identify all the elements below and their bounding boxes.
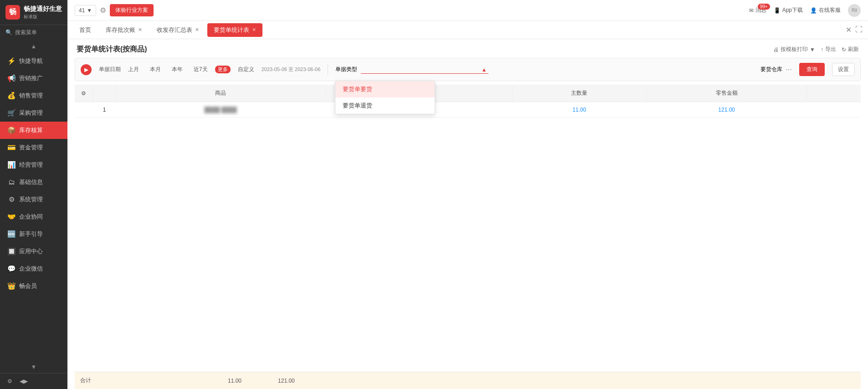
print-action[interactable]: 🖨 按模板打印 ▼ — [773, 46, 815, 53]
sidebar-search-label: 搜索菜单 — [15, 29, 37, 36]
print-arrow-icon: ▼ — [810, 46, 815, 53]
tabs-bar: 首页库存批次账✕收发存汇总表✕要货单统计表✕✕⛶ — [67, 21, 868, 39]
promo-button[interactable]: 体验行业方案 — [110, 4, 154, 16]
topbar-right: ✉ 消息 99+ 📱 App下载 👤 在线客服 Rit — [749, 4, 861, 17]
collapse-icon[interactable]: ◀▶ — [20, 378, 28, 384]
dropdown-item-order-return[interactable]: 要货单退货 — [335, 97, 435, 114]
content-area: 要货单统计表(按商品) 🖨 按模板打印 ▼ ↑ 导出 ↻ 刷新 ▶ — [67, 39, 868, 389]
sidebar-icon-wechat: 💬 — [7, 265, 15, 273]
sidebar-label-inventory: 库存核算 — [19, 126, 43, 134]
sidebar-label-enterprise: 企业协同 — [19, 213, 43, 221]
topbar-left: 41 ▼ ⚙ 体验行业方案 — [75, 4, 744, 16]
warehouse-filter-more-icon[interactable]: ··· — [786, 66, 792, 74]
sidebar-item-quick-nav[interactable]: ⚡快捷导航 — [0, 52, 67, 70]
sidebar-item-guide[interactable]: 🆕新手引导 — [0, 225, 67, 243]
date-option-this-year[interactable]: 本年 — [168, 64, 186, 75]
page-header: 要货单统计表(按商品) 🖨 按模板打印 ▼ ↑ 导出 ↻ 刷新 — [67, 39, 868, 58]
messages-count: 99+ — [758, 4, 770, 10]
tab-label-receive-summary: 收发存汇总表 — [157, 26, 192, 34]
store-number: 41 — [79, 7, 85, 14]
export-icon: ↑ — [821, 46, 823, 53]
user-avatar[interactable]: Rit — [848, 4, 861, 17]
date-option-last-month[interactable]: 上月 — [124, 64, 143, 75]
footer-quantity-value: 11.00 — [228, 378, 241, 384]
logo-icon: 畅 — [5, 5, 20, 20]
cell-quantity-0[interactable]: 11.00 — [512, 102, 646, 118]
sidebar-scroll-up-btn[interactable]: ▲ — [0, 40, 67, 52]
store-selector[interactable]: 41 ▼ — [75, 5, 96, 16]
sidebar-item-finance[interactable]: 💳资金管理 — [0, 139, 67, 156]
tab-close-all-icon[interactable]: ✕ — [846, 26, 852, 34]
table-header: ⚙ 商品 主计量单位 主数量 零售金额 — [75, 85, 861, 102]
sidebar-item-member[interactable]: 👑畅会员 — [0, 277, 67, 295]
type-filter-group: 单据类型 ▲ — [335, 65, 488, 74]
sidebar-search[interactable]: 🔍 搜索菜单 — [0, 25, 67, 40]
tab-home[interactable]: 首页 — [73, 23, 98, 37]
type-filter-label: 单据类型 — [335, 66, 357, 73]
sidebar-label-sales: 销售管理 — [19, 92, 43, 100]
sidebar-item-system[interactable]: ⚙系统管理 — [0, 191, 67, 208]
main-area: 41 ▼ ⚙ 体验行业方案 ✉ 消息 99+ 📱 App下载 👤 在线客服 Ri… — [67, 0, 868, 389]
cell-goods-0: ████ ████ — [116, 102, 325, 118]
cell-amount-0[interactable]: 121.00 — [647, 102, 807, 118]
type-filter-arrow-icon[interactable]: ▲ — [481, 67, 487, 73]
app-download[interactable]: 📱 App下载 — [774, 6, 803, 14]
service-icon: 👤 — [810, 7, 817, 14]
tab-expand-icon[interactable]: ⛶ — [855, 26, 863, 34]
sidebar-item-marketing[interactable]: 📢营销推广 — [0, 70, 67, 87]
th-settings[interactable]: ⚙ — [75, 85, 93, 102]
sidebar-label-finance: 资金管理 — [19, 143, 43, 152]
tab-order-summary[interactable]: 要货单统计表✕ — [207, 23, 262, 37]
app-download-label: App下载 — [782, 6, 803, 14]
tab-close-order-summary[interactable]: ✕ — [252, 27, 256, 33]
sidebar-item-sales[interactable]: 💰销售管理 — [0, 87, 67, 104]
sidebar-item-purchase[interactable]: 🛒采购管理 — [0, 104, 67, 122]
refresh-action[interactable]: ↻ 刷新 — [842, 46, 859, 53]
date-option-last-7-days[interactable]: 近7天 — [190, 64, 211, 75]
cell-settings-0 — [75, 102, 93, 118]
tab-inventory-batch[interactable]: 库存批次账✕ — [99, 23, 149, 37]
sidebar-item-enterprise[interactable]: 🤝企业协同 — [0, 208, 67, 225]
sidebar-icon-purchase: 🛒 — [7, 109, 15, 117]
sidebar-label-operations: 经营管理 — [19, 161, 43, 169]
sidebar-item-operations[interactable]: 📊经营管理 — [0, 156, 67, 174]
sidebar-label-guide: 新手引导 — [19, 230, 43, 238]
th-quantity: 主数量 — [512, 85, 646, 102]
sidebar-item-inventory[interactable]: 📦库存核算 — [0, 122, 67, 139]
messages-badge[interactable]: ✉ 消息 99+ — [749, 6, 766, 14]
topbar-gear-icon[interactable]: ⚙ — [100, 6, 106, 15]
date-option-this-month[interactable]: 本月 — [146, 64, 164, 75]
sidebar-icon-basic-info: 🗂 — [7, 178, 15, 186]
filter-area: ▶ 单据日期 上月 本月 本年 近7天 更多 自定义 2023-05-06 至 … — [75, 58, 861, 81]
tab-close-inventory-batch[interactable]: ✕ — [138, 27, 142, 33]
sidebar-item-wechat[interactable]: 💬企业微信 — [0, 260, 67, 277]
online-service[interactable]: 👤 在线客服 — [810, 6, 841, 14]
sidebar-item-basic-info[interactable]: 🗂基础信息 — [0, 174, 67, 191]
date-more-badge[interactable]: 更多 — [215, 66, 231, 73]
sidebar-footer: ⚙ ◀▶ — [0, 373, 67, 389]
table-body: 1 ████ ████ 块 11.00 121.00 — [75, 102, 861, 118]
logo-text: 畅捷通好生意 标准版 — [24, 5, 62, 20]
type-filter-input[interactable] — [361, 65, 488, 74]
footer-amount-value: 121.00 — [278, 378, 295, 384]
sidebar-item-app-center[interactable]: 🔲应用中心 — [0, 243, 67, 260]
query-button[interactable]: 查询 — [799, 63, 825, 76]
date-custom[interactable]: 自定义 — [234, 64, 258, 75]
print-label: 按模板打印 — [781, 46, 808, 53]
filter-divider — [328, 64, 328, 75]
tab-label-home: 首页 — [79, 26, 91, 34]
data-table: ⚙ 商品 主计量单位 主数量 零售金额 1 ████ ████ 块 11.00 … — [75, 85, 861, 118]
sidebar-scroll-down-btn[interactable]: ▼ — [0, 361, 67, 373]
footer-label: 合计 — [80, 377, 91, 384]
filter-expand-button[interactable]: ▶ — [81, 64, 92, 75]
export-action[interactable]: ↑ 导出 — [821, 46, 836, 53]
sidebar: 畅 畅捷通好生意 标准版 🔍 搜索菜单 ▲ ⚡快捷导航📢营销推广💰销售管理🛒采购… — [0, 0, 67, 389]
dropdown-item-order-goods[interactable]: 要货单要货 — [335, 81, 435, 97]
page-actions: 🖨 按模板打印 ▼ ↑ 导出 ↻ 刷新 — [773, 46, 859, 53]
tab-receive-summary[interactable]: 收发存汇总表✕ — [150, 23, 205, 37]
refresh-icon: ↻ — [842, 46, 846, 53]
setting-button[interactable]: 设置 — [832, 63, 855, 76]
settings-icon[interactable]: ⚙ — [7, 378, 12, 384]
tab-close-receive-summary[interactable]: ✕ — [195, 27, 199, 33]
cell-extra-0 — [807, 102, 861, 118]
